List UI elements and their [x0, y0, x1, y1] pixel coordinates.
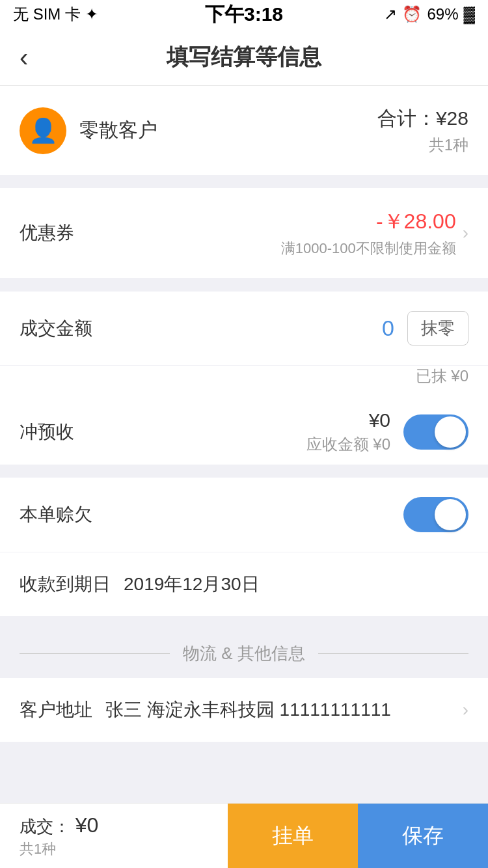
prepay-row: 冲预收 ¥0 应收金额 ¥0 — [0, 400, 488, 465]
alarm-icon: ⏰ — [402, 5, 422, 23]
avatar: 👤 — [20, 107, 66, 154]
customer-right: 合计：¥28 共1种 — [377, 105, 468, 156]
avatar-icon: 👤 — [29, 117, 58, 144]
logistics-divider-line: 物流 & 其他信息 — [20, 642, 468, 665]
coupon-label: 优惠券 — [20, 221, 74, 245]
battery-text: 69% — [427, 5, 458, 23]
prepay-label: 冲预收 — [20, 420, 74, 444]
address-row[interactable]: 客户地址 张三 海淀永丰科技园 11111111111 › — [0, 678, 488, 742]
coupon-value-row: -￥28.00 满1000-100不限制使用金额 › — [281, 208, 468, 258]
save-button[interactable]: 保存 — [358, 804, 488, 869]
logistics-divider: 物流 & 其他信息 — [0, 629, 488, 678]
customer-total: 合计：¥28 — [377, 105, 468, 132]
back-button[interactable]: ‹ — [20, 44, 28, 70]
round-button[interactable]: 抹零 — [407, 311, 468, 346]
deal-amount-row: 成交金额 0 抹零 — [0, 292, 488, 366]
debt-label: 本单赊欠 — [20, 502, 92, 527]
coupon-discount: -￥28.00 — [376, 208, 456, 236]
debt-section: 本单赊欠 收款到期日 2019年12月30日 — [0, 478, 488, 616]
customer-left: 👤 零散客户 — [20, 107, 157, 154]
prepay-right: ¥0 应收金额 ¥0 — [306, 409, 468, 455]
no-sim-text: 无 SIM 卡 ✦ — [13, 4, 98, 25]
location-icon: ↗ — [384, 5, 397, 23]
hold-button[interactable]: 挂单 — [228, 804, 358, 869]
coupon-row[interactable]: 优惠券 -￥28.00 满1000-100不限制使用金额 › — [0, 188, 488, 278]
battery-icon: ▓ — [464, 5, 476, 23]
bottom-bar: 成交： ¥0 共1种 挂单 保存 — [0, 803, 488, 868]
duedate-value: 2019年12月30日 — [124, 572, 260, 597]
toggle-knob — [435, 416, 466, 448]
debt-toggle-knob — [435, 499, 466, 530]
prepay-amount-sub: 应收金额 ¥0 — [306, 434, 390, 455]
duedate-row: 收款到期日 2019年12月30日 — [0, 552, 488, 616]
bottom-deal-amount: ¥0 — [75, 813, 99, 837]
status-right: ↗ ⏰ 69% ▓ — [384, 5, 475, 23]
prepay-toggle[interactable] — [403, 414, 468, 450]
chevron-right-icon: › — [463, 223, 468, 243]
bottom-summary: 成交： ¥0 共1种 — [0, 813, 228, 859]
duedate-label: 收款到期日 — [20, 572, 111, 597]
customer-count: 共1种 — [377, 135, 468, 156]
prepay-amounts: ¥0 应收金额 ¥0 — [306, 409, 390, 455]
customer-name: 零散客户 — [79, 117, 157, 144]
debt-row: 本单赊欠 — [0, 478, 488, 552]
debt-toggle[interactable] — [403, 497, 468, 532]
page-title: 填写结算等信息 — [167, 42, 321, 72]
status-left: 无 SIM 卡 ✦ — [13, 4, 98, 25]
deal-amount-section: 成交金额 0 抹零 已抹 ¥0 冲预收 ¥0 应收金额 ¥0 — [0, 292, 488, 465]
status-bar: 无 SIM 卡 ✦ 下午3:18 ↗ ⏰ 69% ▓ — [0, 0, 488, 29]
nav-bar: ‹ 填写结算等信息 — [0, 29, 488, 86]
deal-sub-row: 已抹 ¥0 — [0, 366, 488, 400]
divider-hr-left — [20, 653, 170, 654]
deal-amount-label: 成交金额 — [20, 316, 92, 341]
logistics-divider-text: 物流 & 其他信息 — [183, 642, 305, 665]
content: 👤 零散客户 合计：¥28 共1种 优惠券 -￥28.00 满1000-100不… — [0, 86, 488, 820]
address-value: 张三 海淀永丰科技园 11111111111 — [105, 698, 456, 722]
bottom-deal-label: 成交： — [20, 817, 70, 836]
bottom-deal-count: 共1种 — [20, 839, 208, 859]
address-label: 客户地址 — [20, 698, 92, 722]
address-chevron-icon: › — [463, 699, 468, 720]
coupon-section: 优惠券 -￥28.00 满1000-100不限制使用金额 › — [0, 188, 488, 278]
customer-row: 👤 零散客户 合计：¥28 共1种 — [0, 86, 488, 175]
deal-amount-right: 0 抹零 — [355, 311, 468, 346]
bottom-deal-row: 成交： ¥0 — [20, 813, 208, 838]
deal-amount-input[interactable]: 0 — [355, 316, 394, 341]
prepay-amount-main: ¥0 — [306, 409, 390, 431]
coupon-value: -￥28.00 满1000-100不限制使用金额 — [281, 208, 456, 258]
divider-hr-right — [318, 653, 468, 654]
coupon-description: 满1000-100不限制使用金额 — [281, 239, 456, 258]
address-section: 客户地址 张三 海淀永丰科技园 11111111111 › — [0, 678, 488, 742]
status-time: 下午3:18 — [205, 1, 283, 28]
